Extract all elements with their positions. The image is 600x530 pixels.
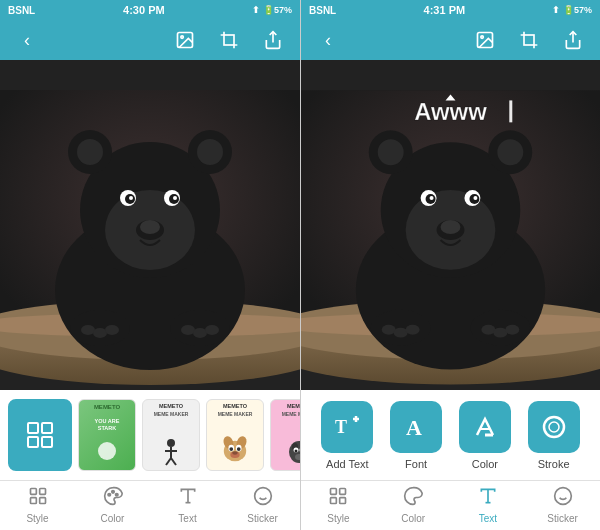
- svg-text:Awww: Awww: [414, 98, 487, 125]
- svg-point-90: [430, 196, 434, 200]
- svg-point-91: [473, 196, 477, 200]
- svg-text:A: A: [406, 415, 422, 440]
- nav-sticker-right[interactable]: Sticker: [525, 482, 600, 528]
- svg-rect-58: [30, 488, 36, 494]
- time-right: 4:31 PM: [424, 4, 466, 16]
- svg-rect-34: [28, 437, 38, 447]
- style-icon-left: [28, 486, 48, 511]
- svg-point-23: [140, 220, 160, 234]
- svg-point-97: [394, 328, 408, 338]
- font-icon-box: A: [390, 401, 442, 453]
- header-tools-right: [472, 27, 586, 53]
- nav-style-left[interactable]: Style: [0, 482, 75, 528]
- share-icon-right[interactable]: [560, 27, 586, 53]
- add-text-icon-box: T: [321, 401, 373, 453]
- color-tool-icon-box: [459, 401, 511, 453]
- svg-point-112: [549, 422, 559, 432]
- svg-point-62: [108, 493, 111, 496]
- font-label: Font: [405, 458, 427, 470]
- sticker-thumb-2[interactable]: MEMETO MEME MAKER: [142, 399, 200, 471]
- sticker-title-1: MEMETO: [79, 404, 135, 410]
- svg-point-31: [205, 325, 219, 335]
- sticker-thumb-3[interactable]: MEMETO MEME MAKER: [206, 399, 264, 471]
- svg-rect-115: [331, 497, 337, 503]
- svg-point-30: [193, 328, 207, 338]
- font-btn[interactable]: A Font: [390, 401, 442, 470]
- nav-color-label-left: Color: [101, 513, 125, 524]
- svg-point-49: [232, 451, 238, 455]
- svg-point-46: [229, 447, 233, 451]
- svg-point-99: [481, 325, 495, 335]
- nav-text-right[interactable]: Text: [451, 482, 526, 528]
- svg-point-36: [167, 439, 175, 447]
- back-button-left[interactable]: ‹: [14, 27, 40, 53]
- back-button-right[interactable]: ‹: [315, 27, 341, 53]
- nav-sticker-left[interactable]: Sticker: [225, 482, 300, 528]
- style-icon-right: [328, 486, 348, 511]
- svg-point-64: [115, 493, 118, 496]
- svg-point-1: [181, 36, 184, 39]
- svg-rect-114: [340, 488, 346, 494]
- sticker-featured-btn[interactable]: [8, 399, 72, 471]
- color-tool-label: Color: [472, 458, 498, 470]
- status-icons-right: ⬆ 🔋57%: [552, 5, 592, 15]
- bottom-nav-left: Style Color: [0, 480, 300, 528]
- status-bar-left: BSNL 4:30 PM ⬆ 🔋57%: [0, 0, 300, 20]
- svg-rect-61: [39, 497, 45, 503]
- svg-point-21: [173, 196, 177, 200]
- svg-point-67: [254, 487, 271, 504]
- gallery-icon-right[interactable]: [472, 27, 498, 53]
- nav-text-left[interactable]: Text: [150, 482, 225, 528]
- sticker-icon-left: [253, 486, 273, 511]
- svg-point-55: [295, 450, 298, 453]
- svg-point-20: [129, 196, 133, 200]
- svg-point-96: [382, 325, 396, 335]
- header-tools-left: [172, 27, 286, 53]
- nav-style-right[interactable]: Style: [301, 482, 376, 528]
- sticker-thumb-4[interactable]: MEMETO MEME MAKER: [270, 399, 300, 471]
- nav-color-left[interactable]: Color: [75, 482, 150, 528]
- stroke-icon-box: [528, 401, 580, 453]
- svg-point-111: [544, 417, 564, 437]
- svg-point-12: [77, 139, 103, 165]
- bear-image-left: [0, 60, 300, 390]
- header-left: ‹: [0, 20, 300, 60]
- svg-point-71: [481, 36, 484, 39]
- color-tool-btn[interactable]: Color: [459, 401, 511, 470]
- svg-point-28: [105, 325, 119, 335]
- sticker-icon-right: [553, 486, 573, 511]
- bottom-area-left: MEMETO YOU ARESTARK MEMETO MEME MAKER: [0, 390, 300, 530]
- svg-point-93: [441, 220, 461, 234]
- bottom-nav-right: Style Color Text: [301, 480, 600, 528]
- gallery-icon-left[interactable]: [172, 27, 198, 53]
- svg-line-40: [171, 458, 176, 465]
- left-panel: BSNL 4:30 PM ⬆ 🔋57% ‹: [0, 0, 300, 530]
- share-icon-left[interactable]: [260, 27, 286, 53]
- nav-sticker-label-left: Sticker: [247, 513, 278, 524]
- svg-point-14: [197, 139, 223, 165]
- stroke-btn[interactable]: Stroke: [528, 401, 580, 470]
- color-icon-right: [403, 486, 423, 511]
- svg-rect-35: [42, 437, 52, 447]
- svg-rect-33: [42, 423, 52, 433]
- svg-rect-72: [524, 35, 534, 45]
- crop-icon-right[interactable]: [516, 27, 542, 53]
- nav-color-right[interactable]: Color: [376, 482, 451, 528]
- sticker-thumb-1[interactable]: MEMETO YOU ARESTARK: [78, 399, 136, 471]
- crop-icon-left[interactable]: [216, 27, 242, 53]
- status-bar-right: BSNL 4:31 PM ⬆ 🔋57%: [301, 0, 600, 20]
- svg-point-29: [181, 325, 195, 335]
- svg-point-63: [111, 490, 114, 493]
- svg-point-101: [505, 325, 519, 335]
- text-icon-left: [178, 486, 198, 511]
- add-text-btn[interactable]: T Add Text: [321, 401, 373, 470]
- svg-point-26: [81, 325, 95, 335]
- svg-line-39: [166, 458, 171, 465]
- text-icon-right: [478, 486, 498, 511]
- status-icons-left: ⬆ 🔋57%: [252, 5, 292, 15]
- nav-color-label-right: Color: [401, 513, 425, 524]
- bottom-area-right: T Add Text A Font: [301, 390, 600, 530]
- nav-style-label-right: Style: [327, 513, 349, 524]
- image-area-right: Awww: [301, 60, 600, 390]
- svg-point-84: [497, 139, 523, 165]
